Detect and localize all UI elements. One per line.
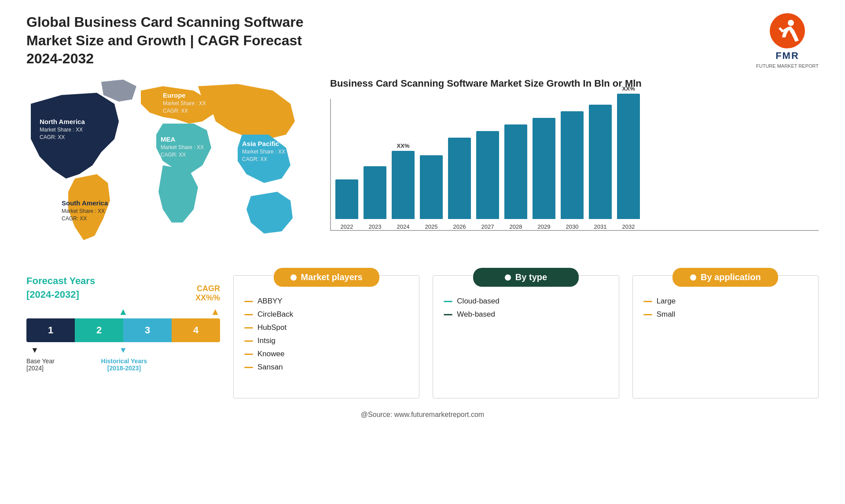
region-mea: MEA Market Share : XX CAGR: XX xyxy=(161,135,204,159)
logo-icon xyxy=(770,13,805,48)
list-item: Web-based xyxy=(444,308,608,321)
bar-rect xyxy=(335,179,358,219)
list-dash xyxy=(244,314,253,315)
region-north-america: North America Market Share : XX CAGR: XX xyxy=(40,117,85,141)
bar-group-2032: XX%2032 xyxy=(617,85,640,230)
bar-group-2029: 2029 xyxy=(533,116,555,230)
base-year: Base Year [2024] xyxy=(26,358,55,372)
bar-label-bottom: 2029 xyxy=(538,223,551,230)
by-application-list: LargeSmall xyxy=(633,295,818,321)
arrow-down-black: ▼ xyxy=(31,346,75,355)
region-asia-pacific: Asia Pacific Market Share : XX CAGR: XX xyxy=(242,139,285,163)
by-type-box: By type Cloud-basedWeb-based xyxy=(433,275,619,398)
list-dash xyxy=(444,301,452,302)
bar-label-bottom: 2022 xyxy=(341,223,353,230)
map-section: North America Market Share : XX CAGR: XX… xyxy=(26,77,308,262)
historical-years: Historical Years [2018-2023] xyxy=(101,358,147,372)
timeline-bar: 1 2 3 4 xyxy=(26,318,220,342)
timeline-seg-2: 2 xyxy=(75,318,123,342)
bar-rect xyxy=(476,131,499,219)
page: Global Business Card Scanning Software M… xyxy=(0,0,845,504)
by-application-header: By application xyxy=(672,268,778,287)
arrow-teal: ▲ xyxy=(104,306,143,318)
list-item: Small xyxy=(643,308,808,321)
market-players-dot xyxy=(290,274,297,281)
bar-label-top: XX% xyxy=(622,85,635,92)
list-item: ABBYY xyxy=(244,295,408,308)
page-title: Global Business Card Scanning Software M… xyxy=(26,13,334,68)
bar-label-bottom: 2030 xyxy=(566,223,579,230)
bar-label-bottom: 2026 xyxy=(453,223,466,230)
list-item: Cloud-based xyxy=(444,295,608,308)
region-south-america: South America Market Share : XX CAGR: XX xyxy=(62,198,108,223)
cagr-block: CAGR XX%% xyxy=(195,284,220,303)
arrow-down-blue: ▼ xyxy=(75,346,172,355)
list-dash xyxy=(244,301,253,302)
bar-label-bottom: 2027 xyxy=(481,223,494,230)
list-item: Intsig xyxy=(244,334,408,347)
timeline-seg-1: 1 xyxy=(26,318,75,342)
bar-label-bottom: 2023 xyxy=(369,223,382,230)
by-application-box: By application LargeSmall xyxy=(632,275,819,398)
bar-group-2023: 2023 xyxy=(364,164,386,230)
chart-title: Business Card Scanning Software Market S… xyxy=(330,77,819,90)
bar-rect xyxy=(617,94,640,219)
list-dash xyxy=(244,354,253,355)
by-type-list: Cloud-basedWeb-based xyxy=(433,295,618,321)
bar-group-2022: 2022 xyxy=(335,178,358,230)
list-dash xyxy=(244,340,253,342)
bar-group-2025: 2025 xyxy=(420,153,443,230)
logo-area: FMR FUTURE MARKET REPORT xyxy=(756,13,819,69)
timeline-seg-4: 4 xyxy=(172,318,220,342)
logo-text: FMR xyxy=(775,50,799,62)
list-dash xyxy=(643,301,652,302)
bar-label-bottom: 2028 xyxy=(510,223,522,230)
bar-rect xyxy=(589,105,612,219)
logo-subtext: FUTURE MARKET REPORT xyxy=(756,63,819,69)
bar-rect xyxy=(420,155,443,219)
by-application-dot xyxy=(690,274,696,281)
bar-group-2026: 2026 xyxy=(448,136,471,230)
bar-label-bottom: 2032 xyxy=(622,223,635,230)
bar-label-top: XX% xyxy=(397,142,410,149)
bar-rect xyxy=(561,111,584,219)
world-map: North America Market Share : XX CAGR: XX… xyxy=(26,77,308,253)
list-item: HubSpot xyxy=(244,321,408,334)
timeline-seg-3: 3 xyxy=(123,318,172,342)
list-dash xyxy=(444,314,452,315)
by-type-header: By type xyxy=(473,268,579,287)
arrow-orange: ▲ xyxy=(181,306,220,318)
bar-label-bottom: 2024 xyxy=(397,223,410,230)
list-dash xyxy=(643,314,652,315)
bar-rect xyxy=(533,118,555,219)
bar-label-bottom: 2031 xyxy=(594,223,607,230)
bar-group-2027: 2027 xyxy=(476,129,499,230)
bar-rect xyxy=(364,166,386,219)
by-type-dot xyxy=(505,274,511,281)
bar-rect xyxy=(448,138,471,219)
list-dash xyxy=(244,327,253,329)
list-dash xyxy=(244,367,253,368)
market-players-header: Market players xyxy=(274,268,379,287)
bar-group-2030: 2030 xyxy=(561,110,584,230)
svg-point-0 xyxy=(788,20,794,26)
bar-group-2031: 2031 xyxy=(589,103,612,230)
bottom-labels: Base Year [2024] Historical Years [2018-… xyxy=(26,358,220,372)
chart-section: Business Card Scanning Software Market S… xyxy=(321,77,819,262)
bar-rect xyxy=(392,151,415,219)
bar-chart: 20222023XX%20242025202620272028202920302… xyxy=(330,99,819,231)
forecast-label: Forecast Years [2024-2032] xyxy=(26,275,95,303)
timeline-section: Forecast Years [2024-2032] CAGR XX%% ▲ ▲… xyxy=(26,275,220,372)
list-item: CircleBack xyxy=(244,308,408,321)
market-players-box: Market players ABBYYCircleBackHubSpotInt… xyxy=(233,275,419,398)
bar-group-2024: XX%2024 xyxy=(392,142,415,230)
bar-rect xyxy=(504,124,527,219)
row1: North America Market Share : XX CAGR: XX… xyxy=(26,77,819,262)
region-europe: Europe Market Share : XX CAGR: XX xyxy=(163,91,206,115)
source-footer: @Source: www.futuremarketreport.com xyxy=(26,411,819,419)
row2: Forecast Years [2024-2032] CAGR XX%% ▲ ▲… xyxy=(26,275,819,398)
market-players-list: ABBYYCircleBackHubSpotIntsigKnoweeSansan xyxy=(234,295,419,374)
header: Global Business Card Scanning Software M… xyxy=(26,13,819,69)
list-item: Large xyxy=(643,295,808,308)
list-item: Sansan xyxy=(244,361,408,374)
